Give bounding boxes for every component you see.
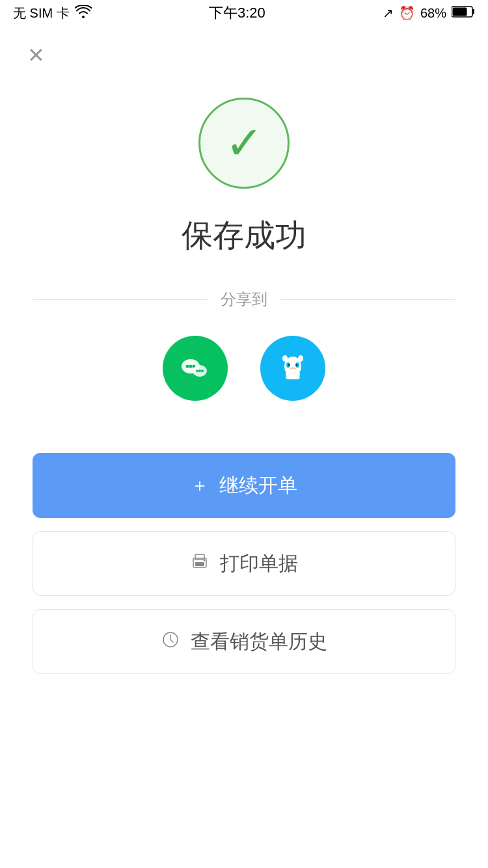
wifi-icon bbox=[75, 5, 92, 21]
print-button[interactable]: 打印单据 bbox=[33, 531, 455, 596]
success-circle: ✓ bbox=[198, 98, 290, 189]
svg-rect-23 bbox=[195, 562, 204, 566]
svg-point-14 bbox=[288, 364, 290, 366]
share-label: 分享到 bbox=[221, 289, 267, 310]
checkmark-icon: ✓ bbox=[225, 120, 264, 166]
status-time: 下午3:20 bbox=[209, 3, 265, 23]
svg-rect-1 bbox=[472, 9, 474, 14]
location-icon: ↗ bbox=[383, 5, 394, 21]
status-bar: 无 SIM 卡 下午3:20 ↗ ⏰ 68% bbox=[0, 0, 488, 26]
plus-icon: ＋ bbox=[191, 473, 209, 498]
qq-share-button[interactable] bbox=[260, 336, 325, 401]
svg-point-15 bbox=[296, 364, 298, 366]
close-icon: ✕ bbox=[27, 45, 45, 66]
svg-point-8 bbox=[196, 370, 198, 372]
close-button-container: ✕ bbox=[0, 26, 488, 85]
share-icons-container bbox=[163, 336, 325, 401]
history-button-label: 查看销货单历史 bbox=[191, 629, 327, 655]
share-divider: 分享到 bbox=[33, 289, 455, 310]
history-button[interactable]: 查看销货单历史 bbox=[33, 609, 455, 674]
close-button[interactable]: ✕ bbox=[20, 39, 52, 72]
continue-button[interactable]: ＋ 继续开单 bbox=[33, 453, 455, 518]
svg-point-9 bbox=[198, 370, 201, 372]
svg-point-19 bbox=[286, 369, 300, 379]
main-content: ✓ 保存成功 分享到 bbox=[0, 85, 488, 868]
svg-point-25 bbox=[204, 559, 206, 561]
status-left: 无 SIM 卡 bbox=[13, 5, 92, 22]
action-buttons: ＋ 继续开单 打印单据 查看销货单历史 bbox=[33, 453, 455, 674]
battery-percent: 68% bbox=[420, 6, 446, 21]
no-sim-text: 无 SIM 卡 bbox=[13, 5, 70, 22]
status-right: ↗ ⏰ 68% bbox=[383, 5, 475, 21]
svg-rect-24 bbox=[195, 554, 204, 560]
battery-icon bbox=[452, 6, 475, 21]
svg-rect-2 bbox=[453, 7, 467, 16]
svg-point-21 bbox=[298, 355, 303, 362]
print-icon bbox=[190, 552, 210, 576]
print-button-label: 打印单据 bbox=[220, 550, 298, 577]
wechat-share-button[interactable] bbox=[163, 336, 228, 401]
wechat-icon-svg bbox=[176, 349, 214, 387]
svg-point-20 bbox=[282, 355, 288, 362]
success-title: 保存成功 bbox=[182, 215, 306, 256]
alarm-icon: ⏰ bbox=[399, 5, 415, 21]
history-icon bbox=[161, 630, 180, 654]
qq-icon-svg bbox=[274, 349, 312, 387]
svg-point-5 bbox=[189, 365, 193, 368]
divider-line-right bbox=[280, 299, 455, 300]
continue-button-label: 继续开单 bbox=[219, 472, 297, 499]
svg-point-4 bbox=[186, 365, 189, 368]
divider-line-left bbox=[33, 299, 208, 300]
svg-point-10 bbox=[201, 370, 204, 372]
